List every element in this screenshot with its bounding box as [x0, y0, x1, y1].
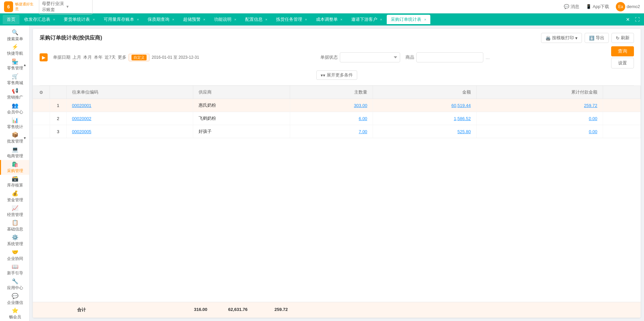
close-icon[interactable]: ×	[137, 17, 139, 21]
printer-icon: 🖨️	[545, 36, 551, 41]
tab-receive-summary[interactable]: 收发存汇总表 ×	[20, 15, 59, 24]
row3-qty-link[interactable]: 7.00	[359, 129, 367, 134]
sidebar-item-search[interactable]: 🔍 搜索菜单	[0, 28, 29, 43]
close-icon[interactable]: ×	[172, 17, 174, 21]
close-icon[interactable]: ×	[305, 17, 307, 21]
sidebar-item-purchase[interactable]: 🛍️ 采购管理	[0, 160, 29, 175]
sidebar-label-operations: 经营管理	[7, 212, 23, 218]
sidebar-item-app-center[interactable]: 🔧 应用中心	[0, 277, 29, 292]
row2-code-link[interactable]: 00020002	[72, 116, 92, 121]
refresh-btn[interactable]: ↻ 刷新	[611, 33, 634, 43]
industry-selector[interactable]: 母婴行业演示账套 ▾	[39, 0, 93, 14]
expand-more-btn[interactable]: ▾▾ 展开更多条件	[316, 70, 357, 80]
row2-paid: 0.00	[476, 112, 603, 125]
sidebar-item-guide[interactable]: 📖 新手引导	[0, 263, 29, 277]
close-icon[interactable]: ×	[203, 17, 205, 21]
sidebar-label-member: 会员中心	[7, 109, 23, 115]
tab-order-stats[interactable]: 要货单统计表 ×	[60, 15, 99, 24]
status-filter-group: 单据状态	[320, 52, 400, 62]
close-icon[interactable]: ×	[265, 17, 267, 21]
tab-inventory[interactable]: 可用量库存账本 ×	[100, 15, 143, 24]
ecommerce-icon: 💻	[12, 146, 18, 153]
sidebar-item-member[interactable]: 👥 会员中心	[0, 101, 29, 116]
shortcut-7days[interactable]: 近7天	[105, 54, 116, 60]
close-window-btn[interactable]: ✕	[624, 15, 632, 23]
logo-area: 6 畅捷通好生意	[4, 1, 34, 12]
ellipsis-btn[interactable]: …	[485, 55, 490, 60]
marketing-icon: 📢	[12, 88, 18, 94]
sidebar-item-retail-stats[interactable]: 📊 零售统计	[0, 116, 29, 131]
row2-paid-link[interactable]: 0.00	[589, 116, 597, 121]
sidebar-item-retail[interactable]: 🏪 零售管理 ▲	[0, 57, 29, 72]
tab-cost-adjust[interactable]: 成本调整单 ×	[312, 15, 346, 24]
sidebar-item-marketing[interactable]: 📢 营销推广	[0, 87, 29, 102]
print-btn[interactable]: 🖨️ 按模板打印 ▾	[541, 33, 582, 43]
sidebar-label-retail-stats: 零售统计	[7, 124, 23, 130]
filter-section: ▶ 单据日期 上月 本月 本年 近7天 更多 自定义	[40, 46, 634, 86]
tab-pick-task-label: 拣货任务管理	[276, 16, 302, 22]
tab-config[interactable]: 配置信息 ×	[241, 15, 271, 24]
user-area[interactable]: Ea demo2	[616, 2, 640, 11]
sidebar-item-ecommerce[interactable]: 💻 电商管理	[0, 145, 29, 160]
shortcut-this-month[interactable]: 本月	[83, 54, 92, 60]
sidebar-item-quicknav[interactable]: ⚡ 快捷导航	[0, 43, 29, 58]
maximize-btn[interactable]: ⛶	[633, 15, 641, 23]
row3-amount-link[interactable]: 525.80	[458, 129, 471, 134]
row1-code-link[interactable]: 00020001	[72, 103, 92, 108]
footer-paid: 259.72	[253, 306, 293, 314]
row1-qty-link[interactable]: 303.00	[354, 103, 367, 108]
tab-help[interactable]: 功能说明 ×	[210, 15, 240, 24]
message-btn[interactable]: 💬 消息	[564, 4, 579, 10]
sidebar-item-system[interactable]: ⚙️ 系统管理	[0, 233, 29, 248]
sidebar-item-collaboration[interactable]: 🤝 企业协同	[0, 248, 29, 263]
shortcut-last-month[interactable]: 上月	[72, 54, 81, 60]
filter-toggle-btn[interactable]: ▶	[40, 53, 48, 61]
export-btn[interactable]: ⬇️ 导出	[585, 33, 609, 43]
close-icon[interactable]: ×	[93, 17, 95, 21]
sidebar-item-inventory[interactable]: 🗃️ 库存核算	[0, 175, 29, 190]
export-icon: ⬇️	[589, 36, 594, 41]
sidebar-item-retail-shop[interactable]: 🛒 零售商城	[0, 72, 29, 87]
table-body: 1 00020001 惠氏奶粉 303.00 60,519.44	[33, 99, 641, 138]
row1-amount-link[interactable]: 60,519.44	[451, 103, 471, 108]
sidebar: 🔍 搜索菜单 ⚡ 快捷导航 🏪 零售管理 ▲ 🛒 零售商城 📢 营销推广 👥 会…	[0, 25, 30, 321]
window-controls: ✕ ⛶	[624, 15, 641, 23]
chevron-up-icon: ▲	[23, 63, 26, 67]
tab-overstock[interactable]: 超储预警 ×	[179, 15, 209, 24]
sidebar-item-basic-info[interactable]: 📋 基础信息	[0, 219, 29, 233]
tab-home[interactable]: 首页	[3, 15, 19, 24]
shortcut-this-year[interactable]: 本年	[94, 54, 103, 60]
gear-icon[interactable]: ⚙	[39, 90, 43, 95]
tab-pick-task[interactable]: 拣货任务管理 ×	[272, 15, 311, 24]
sidebar-item-wholesale[interactable]: 📦 批发管理 ▼	[0, 131, 29, 146]
inventory-icon: 🗃️	[12, 175, 18, 182]
close-icon[interactable]: ×	[53, 17, 55, 21]
setting-btn[interactable]: 设置	[611, 58, 634, 68]
tab-expiry[interactable]: 保质期查询 ×	[144, 15, 178, 24]
row2-amount-link[interactable]: 1,586.52	[454, 116, 471, 121]
top-right: 💬 消息 📱 App下载 Ea demo2	[564, 2, 640, 11]
tab-invite-downstream[interactable]: 邀请下游客户 ×	[347, 15, 386, 24]
shortcut-more[interactable]: 更多	[118, 54, 126, 60]
row2-supplier-code: 00020002	[66, 112, 193, 125]
row2-qty-link[interactable]: 6.00	[359, 116, 367, 121]
row3-paid-link[interactable]: 0.00	[589, 129, 597, 134]
sidebar-item-wechat[interactable]: 💬 企业微信	[0, 292, 29, 307]
app-download-btn[interactable]: 📱 App下载	[586, 4, 609, 10]
query-btn[interactable]: 查询	[611, 46, 634, 56]
tab-help-label: 功能说明	[214, 16, 231, 22]
row3-code-link[interactable]: 00020005	[72, 129, 92, 134]
col-extra	[603, 86, 640, 99]
sidebar-item-operations[interactable]: 📈 经营管理	[0, 204, 29, 219]
close-icon[interactable]: ×	[424, 17, 426, 21]
sidebar-label-retail-shop: 零售商城	[7, 80, 23, 86]
tab-purchase-stats[interactable]: 采购订单统计表 ×	[387, 15, 430, 24]
sidebar-item-vip[interactable]: ⭐ 畅会员	[0, 306, 29, 321]
sidebar-item-finance[interactable]: 💰 资金管理	[0, 189, 29, 204]
close-icon[interactable]: ×	[380, 17, 382, 21]
goods-input[interactable]	[416, 52, 483, 62]
close-icon[interactable]: ×	[234, 17, 236, 21]
status-select[interactable]	[340, 52, 400, 62]
close-icon[interactable]: ×	[340, 17, 342, 21]
row1-paid-link[interactable]: 259.72	[584, 103, 597, 108]
